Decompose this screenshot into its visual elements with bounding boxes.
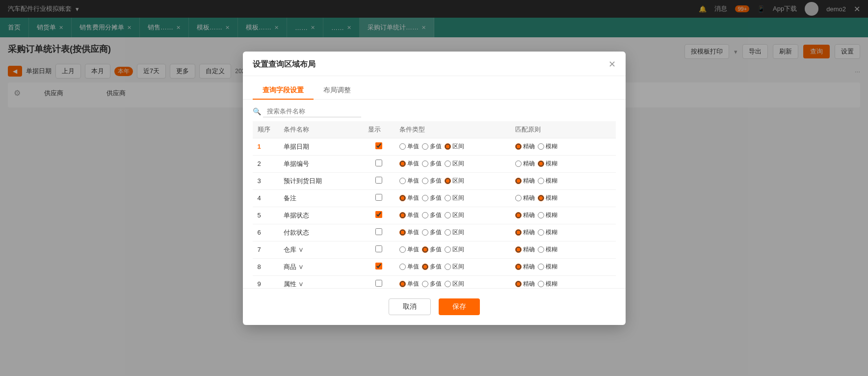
type-option-多值[interactable]: 多值 bbox=[422, 263, 442, 271]
type-option-区间[interactable]: 区间 bbox=[445, 280, 464, 288]
match-radio-精确[interactable] bbox=[515, 143, 522, 150]
type-option-单值[interactable]: 单值 bbox=[399, 263, 419, 271]
match-radio-模糊[interactable] bbox=[538, 143, 544, 150]
type-option-单值[interactable]: 单值 bbox=[399, 160, 419, 168]
match-option-精确[interactable]: 精确 bbox=[515, 160, 535, 168]
match-option-精确[interactable]: 精确 bbox=[515, 211, 535, 219]
type-option-区间[interactable]: 区间 bbox=[445, 177, 464, 185]
match-radio-模糊[interactable] bbox=[538, 161, 544, 167]
type-radio-区间[interactable] bbox=[445, 178, 451, 184]
type-option-单值[interactable]: 单值 bbox=[399, 194, 419, 202]
cancel-button[interactable]: 取消 bbox=[389, 298, 431, 315]
match-option-精确[interactable]: 精确 bbox=[515, 280, 535, 288]
show-checkbox[interactable] bbox=[375, 211, 382, 218]
show-checkbox[interactable] bbox=[375, 142, 382, 149]
type-radio-多值[interactable] bbox=[422, 143, 428, 150]
match-radio-精确[interactable] bbox=[515, 246, 522, 253]
match-radio-精确[interactable] bbox=[515, 195, 522, 201]
type-option-单值[interactable]: 单值 bbox=[399, 228, 419, 237]
match-option-精确[interactable]: 精确 bbox=[515, 228, 535, 237]
type-radio-区间[interactable] bbox=[445, 264, 451, 270]
type-radio-区间[interactable] bbox=[445, 229, 451, 236]
match-option-模糊[interactable]: 模糊 bbox=[538, 194, 557, 202]
type-option-区间[interactable]: 区间 bbox=[445, 211, 464, 219]
match-radio-模糊[interactable] bbox=[538, 229, 544, 236]
type-radio-多值[interactable] bbox=[422, 264, 428, 270]
save-button[interactable]: 保存 bbox=[439, 298, 480, 315]
match-radio-精确[interactable] bbox=[515, 178, 522, 184]
type-option-单值[interactable]: 单值 bbox=[399, 211, 419, 219]
type-option-区间[interactable]: 区间 bbox=[445, 245, 464, 254]
type-radio-多值[interactable] bbox=[422, 229, 428, 236]
modal-close-button[interactable]: ✕ bbox=[608, 60, 616, 69]
show-checkbox[interactable] bbox=[375, 245, 382, 252]
type-radio-单值[interactable] bbox=[399, 143, 406, 150]
type-radio-单值[interactable] bbox=[399, 195, 406, 201]
match-option-精确[interactable]: 精确 bbox=[515, 245, 535, 254]
match-option-精确[interactable]: 精确 bbox=[515, 263, 535, 271]
show-checkbox[interactable] bbox=[375, 194, 382, 201]
match-radio-模糊[interactable] bbox=[538, 212, 544, 218]
type-radio-单值[interactable] bbox=[399, 246, 406, 253]
match-option-精确[interactable]: 精确 bbox=[515, 142, 535, 151]
type-option-区间[interactable]: 区间 bbox=[445, 228, 464, 237]
match-option-模糊[interactable]: 模糊 bbox=[538, 160, 557, 168]
tab-layout-adjust[interactable]: 布局调整 bbox=[314, 82, 361, 100]
match-option-模糊[interactable]: 模糊 bbox=[538, 142, 557, 151]
match-radio-模糊[interactable] bbox=[538, 195, 544, 201]
match-radio-精确[interactable] bbox=[515, 281, 522, 287]
match-radio-精确[interactable] bbox=[515, 229, 522, 236]
match-option-模糊[interactable]: 模糊 bbox=[538, 228, 557, 237]
match-option-模糊[interactable]: 模糊 bbox=[538, 211, 557, 219]
type-option-区间[interactable]: 区间 bbox=[445, 263, 464, 271]
type-radio-多值[interactable] bbox=[422, 281, 428, 287]
type-option-多值[interactable]: 多值 bbox=[422, 160, 442, 168]
type-radio-多值[interactable] bbox=[422, 161, 428, 167]
type-radio-区间[interactable] bbox=[445, 161, 451, 167]
tab-query-fields[interactable]: 查询字段设置 bbox=[253, 82, 314, 100]
type-radio-单值[interactable] bbox=[399, 161, 406, 167]
type-option-单值[interactable]: 单值 bbox=[399, 177, 419, 185]
type-option-区间[interactable]: 区间 bbox=[445, 160, 464, 168]
match-option-精确[interactable]: 精确 bbox=[515, 194, 535, 202]
show-checkbox[interactable] bbox=[375, 263, 382, 269]
match-radio-精确[interactable] bbox=[515, 212, 522, 218]
match-radio-模糊[interactable] bbox=[538, 264, 544, 270]
type-option-多值[interactable]: 多值 bbox=[422, 280, 442, 288]
match-radio-模糊[interactable] bbox=[538, 178, 544, 184]
type-option-单值[interactable]: 单值 bbox=[399, 280, 419, 288]
show-checkbox[interactable] bbox=[375, 177, 382, 184]
match-radio-精确[interactable] bbox=[515, 264, 522, 270]
match-option-精确[interactable]: 精确 bbox=[515, 177, 535, 185]
type-option-区间[interactable]: 区间 bbox=[445, 194, 464, 202]
type-radio-单值[interactable] bbox=[399, 281, 406, 287]
type-radio-区间[interactable] bbox=[445, 281, 451, 287]
type-radio-多值[interactable] bbox=[422, 246, 428, 253]
type-radio-多值[interactable] bbox=[422, 195, 428, 201]
type-option-多值[interactable]: 多值 bbox=[422, 194, 442, 202]
type-radio-单值[interactable] bbox=[399, 212, 406, 218]
type-radio-区间[interactable] bbox=[445, 212, 451, 218]
type-radio-区间[interactable] bbox=[445, 143, 451, 150]
type-radio-多值[interactable] bbox=[422, 178, 428, 184]
match-option-模糊[interactable]: 模糊 bbox=[538, 280, 557, 288]
match-option-模糊[interactable]: 模糊 bbox=[538, 263, 557, 271]
type-option-单值[interactable]: 单值 bbox=[399, 245, 419, 254]
search-input[interactable] bbox=[263, 106, 361, 117]
type-option-单值[interactable]: 单值 bbox=[399, 142, 419, 151]
match-radio-模糊[interactable] bbox=[538, 281, 544, 287]
match-radio-模糊[interactable] bbox=[538, 246, 544, 253]
type-radio-单值[interactable] bbox=[399, 264, 406, 270]
type-radio-单值[interactable] bbox=[399, 229, 406, 236]
type-option-多值[interactable]: 多值 bbox=[422, 142, 442, 151]
type-option-多值[interactable]: 多值 bbox=[422, 211, 442, 219]
type-option-多值[interactable]: 多值 bbox=[422, 228, 442, 237]
match-radio-精确[interactable] bbox=[515, 161, 522, 167]
type-option-区间[interactable]: 区间 bbox=[445, 142, 464, 151]
show-checkbox[interactable] bbox=[375, 228, 382, 235]
type-option-多值[interactable]: 多值 bbox=[422, 177, 442, 185]
match-option-模糊[interactable]: 模糊 bbox=[538, 245, 557, 254]
type-radio-区间[interactable] bbox=[445, 195, 451, 201]
type-option-多值[interactable]: 多值 bbox=[422, 245, 442, 254]
type-radio-区间[interactable] bbox=[445, 246, 451, 253]
